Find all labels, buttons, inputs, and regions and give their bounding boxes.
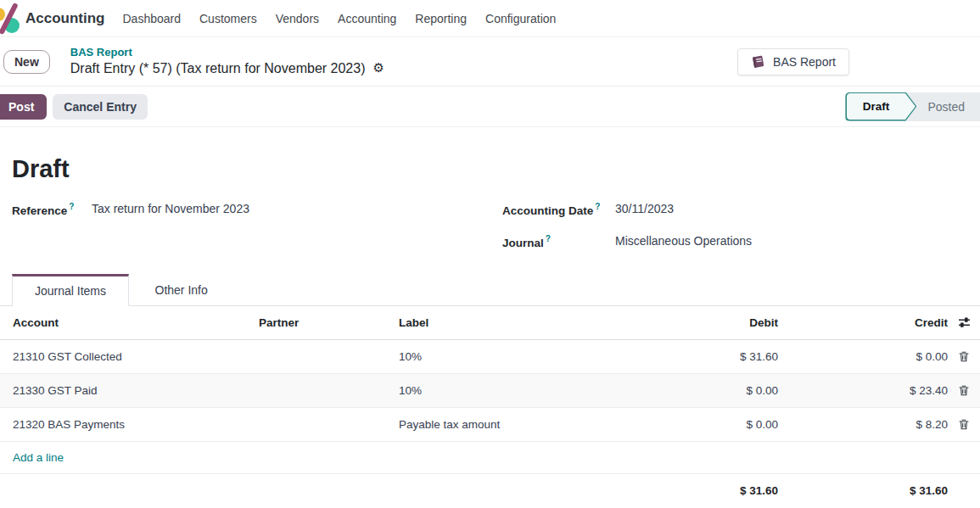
cell-credit[interactable]: $ 8.20 — [778, 418, 948, 431]
accounting-date-field[interactable]: 30/11/2023 — [615, 202, 674, 215]
reference-label: Reference? — [12, 202, 92, 217]
cell-debit[interactable]: $ 0.00 — [651, 384, 778, 397]
column-header-account[interactable]: Account — [0, 316, 246, 329]
form-sheet: Draft Reference? Tax return for November… — [0, 155, 980, 248]
gear-icon[interactable]: ⚙ — [372, 60, 384, 76]
total-credit: $ 31.60 — [778, 484, 948, 497]
nav-item-configuration[interactable]: Configuration — [476, 12, 565, 25]
statusbar: Post Cancel Entry Draft Posted — [0, 87, 980, 127]
breadcrumb: BAS Report Draft Entry (* 57) (Tax retur… — [70, 46, 384, 76]
accounting-date-label: Accounting Date? — [502, 202, 615, 217]
breadcrumb-current-title: Draft Entry (* 57) (Tax return for Novem… — [70, 60, 384, 77]
field-group: Reference? Tax return for November 2023 … — [12, 202, 968, 248]
trash-icon[interactable] — [959, 419, 969, 430]
bas-report-button-label: BAS Report — [773, 55, 836, 69]
cell-credit[interactable]: $ 0.00 — [778, 350, 948, 363]
cancel-entry-button[interactable]: Cancel Entry — [53, 94, 148, 120]
optional-columns-sliders-icon[interactable] — [958, 317, 971, 328]
journal-label: Journal? — [502, 234, 615, 249]
table-row[interactable]: 21330 GST Paid 10% $ 0.00 $ 23.40 — [0, 374, 980, 408]
state-pipeline: Draft Posted — [845, 92, 980, 121]
cell-label[interactable]: 10% — [386, 350, 651, 363]
state-draft[interactable]: Draft — [845, 92, 916, 121]
help-icon: ? — [69, 202, 74, 211]
control-panel: New BAS Report Draft Entry (* 57) (Tax r… — [0, 37, 980, 87]
nav-item-dashboard[interactable]: Dashboard — [114, 12, 191, 25]
help-icon: ? — [595, 202, 600, 211]
accounting-app-logo-icon[interactable] — [0, 3, 23, 34]
app-title[interactable]: Accounting — [25, 10, 105, 27]
table-row[interactable]: 21320 BAS Payments Payable tax amount $ … — [0, 408, 980, 442]
help-icon: ? — [546, 234, 551, 243]
nav-item-customers[interactable]: Customers — [190, 12, 266, 25]
table-totals-row: $ 31.60 $ 31.60 — [0, 474, 980, 506]
cell-debit[interactable]: $ 0.00 — [651, 418, 778, 431]
nav-item-accounting[interactable]: Accounting — [328, 12, 406, 25]
add-a-line-link[interactable]: Add a line — [0, 451, 64, 464]
cell-account[interactable]: 21330 GST Paid — [0, 384, 246, 397]
table-row[interactable]: 21310 GST Collected 10% $ 31.60 $ 0.00 — [0, 340, 980, 374]
cell-account[interactable]: 21320 BAS Payments — [0, 418, 246, 431]
journal-field[interactable]: Miscellaneous Operations — [615, 234, 752, 248]
state-draft-label: Draft — [845, 92, 916, 121]
reference-field[interactable]: Tax return for November 2023 — [92, 202, 249, 215]
trash-icon[interactable] — [959, 351, 969, 362]
column-header-label[interactable]: Label — [386, 316, 651, 329]
notebook-tabs: Journal Items Other Info — [0, 273, 980, 306]
trash-icon[interactable] — [959, 385, 969, 396]
post-button[interactable]: Post — [0, 94, 47, 120]
cell-label[interactable]: Payable tax amount — [386, 418, 651, 431]
record-title: Draft Entry (* 57) (Tax return for Novem… — [70, 60, 366, 77]
cell-account[interactable]: 21310 GST Collected — [0, 350, 246, 363]
nav-item-vendors[interactable]: Vendors — [266, 12, 328, 25]
column-header-credit[interactable]: Credit — [778, 316, 948, 329]
breadcrumb-parent-link[interactable]: BAS Report — [70, 46, 384, 59]
journal-items-table: Account Partner Label Debit Credit 21310… — [0, 306, 980, 506]
column-header-debit[interactable]: Debit — [651, 316, 778, 329]
column-header-partner[interactable]: Partner — [246, 316, 386, 329]
table-header-row: Account Partner Label Debit Credit — [0, 306, 980, 340]
tab-other-info[interactable]: Other Info — [133, 273, 230, 305]
top-navbar: Accounting Dashboard Customers Vendors A… — [0, 0, 980, 37]
total-debit: $ 31.60 — [651, 484, 778, 497]
cell-credit[interactable]: $ 23.40 — [778, 384, 948, 397]
nav-item-reporting[interactable]: Reporting — [406, 12, 476, 25]
cell-debit[interactable]: $ 31.60 — [651, 350, 778, 363]
add-line-row: Add a line — [0, 442, 980, 474]
cell-label[interactable]: 10% — [386, 384, 651, 397]
new-button[interactable]: New — [3, 50, 50, 74]
page-title: Draft — [12, 155, 968, 183]
state-posted[interactable]: Posted — [916, 100, 980, 114]
bas-report-button[interactable]: BAS Report — [737, 48, 849, 75]
tab-journal-items[interactable]: Journal Items — [12, 274, 129, 306]
book-icon — [751, 55, 765, 69]
